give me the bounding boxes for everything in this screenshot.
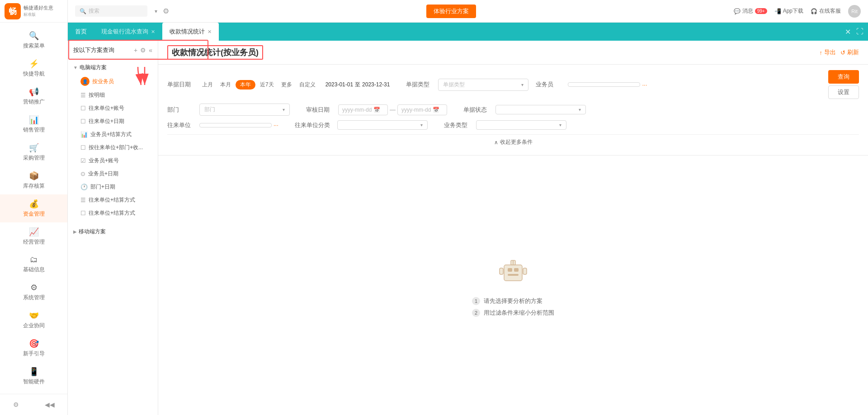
- doc-type-chevron-icon: ▾: [521, 82, 524, 87]
- topbar: 🔍 搜索 ▾ ⚙ 体验行业方案 💬 消息 99+ 📲 App下载 🎧 在线客服 …: [68, 0, 868, 23]
- sidebar-system-label: 系统管理: [23, 294, 45, 302]
- svg-rect-7: [523, 268, 527, 274]
- scheme-item-salesman-label: 按业务员: [92, 78, 114, 85]
- sidebar-item-guide[interactable]: 🎯 新手引导: [0, 334, 67, 362]
- sidebar-item-search[interactable]: 🔍 搜索菜单: [0, 26, 67, 54]
- scheme-settings-button[interactable]: ⚙: [140, 47, 146, 54]
- scheme-item-unit-account[interactable]: ☐ 往来单位+账号: [68, 102, 158, 115]
- scheme-item-by-salesman[interactable]: 👤 按业务员: [68, 74, 158, 89]
- scheme-item-unit-account-label: 往来单位+账号: [89, 104, 124, 112]
- topbar-search-box[interactable]: 🔍 搜索: [75, 5, 147, 17]
- mobile-section-toggle[interactable]: ▶ 移动端方案: [68, 225, 158, 238]
- unit-select[interactable]: [199, 123, 272, 127]
- trial-button[interactable]: 体验行业方案: [426, 5, 476, 18]
- date-range: 2023-01-01 至 2023-12-31: [326, 81, 390, 89]
- tab-collection[interactable]: 收款情况统计 ✕: [162, 23, 219, 41]
- collapse-panel-button[interactable]: «: [149, 47, 152, 54]
- tabbar-close-icon[interactable]: ✕: [845, 28, 851, 36]
- topbar-dropdown-icon[interactable]: ▾: [155, 8, 157, 14]
- scheme-item-unit-dept[interactable]: ☐ 按往来单位+部门+收...: [68, 141, 158, 154]
- tabbar-expand-icon[interactable]: ⛶: [856, 28, 863, 36]
- biz-type-select[interactable]: ▾: [476, 120, 566, 130]
- unit-account-icon: ☐: [80, 105, 86, 112]
- scheme-item-dept-date[interactable]: 🕐 部门+日期: [68, 180, 158, 193]
- unit-method-icon: ☰: [80, 197, 86, 203]
- sidebar-item-wechat[interactable]: 💬 企业微信: [0, 390, 67, 394]
- date-opt-more[interactable]: 更多: [278, 80, 295, 90]
- salesman-select[interactable]: [568, 82, 640, 87]
- sidebar-item-marketing[interactable]: 📢 营销推广: [0, 82, 67, 110]
- unit-class-select[interactable]: ▾: [337, 120, 428, 130]
- scheme-item-unit-date[interactable]: ☐ 往来单位+日期: [68, 115, 158, 128]
- page-header-actions: ↑ 导出 ↺ 刷新: [820, 48, 859, 57]
- online-service-button[interactable]: 🎧 在线客服: [811, 7, 841, 15]
- audit-date-dash: —: [390, 106, 396, 113]
- right-content: 收款情况统计(按业务员) ↑ 导出 ↺ 刷新 单据日期: [158, 41, 868, 415]
- refresh-label: 刷新: [847, 48, 859, 57]
- collapse-more-btn[interactable]: ∧ 收起更多条件: [167, 134, 859, 150]
- doc-type-select[interactable]: 单据类型 ▾: [438, 79, 528, 91]
- tab-bank[interactable]: 现金银行流水查询 ✕: [94, 23, 162, 41]
- dept-select[interactable]: 部门 ▾: [199, 104, 290, 116]
- salesman-more-btn[interactable]: ···: [642, 81, 647, 88]
- sidebar-item-enterprise[interactable]: 🤝 企业协同: [0, 306, 67, 334]
- scheme-item-salesman-account[interactable]: ☑ 业务员+账号: [68, 154, 158, 167]
- query-button[interactable]: 查询: [828, 70, 859, 84]
- unit-more-btn[interactable]: ···: [274, 122, 278, 128]
- sidebar-collapse-btn[interactable]: ◀◀: [42, 399, 57, 410]
- scheme-item-salesman-date[interactable]: ⊙ 业务员+日期: [68, 167, 158, 180]
- user-avatar[interactable]: Rit: [848, 5, 861, 18]
- topbar-search-text: 搜索: [89, 7, 99, 15]
- date-options: 上月 本月 本年 近7天 更多 自定义: [199, 80, 318, 90]
- basic-icon: 🗂: [30, 255, 38, 264]
- audit-start-input[interactable]: yyyy-mm-dd 📅: [338, 104, 388, 115]
- sidebar-item-quicknav[interactable]: ⚡ 快捷导航: [0, 54, 67, 82]
- tab-home[interactable]: 首页: [68, 23, 94, 41]
- date-opt-7days[interactable]: 近7天: [257, 80, 277, 90]
- app-download-button[interactable]: 📲 App下载: [774, 7, 803, 15]
- sidebar-item-basic[interactable]: 🗂 基础信息: [0, 250, 67, 278]
- filter-actions: 查询 设置: [828, 70, 859, 99]
- sidebar-item-purchase[interactable]: 🛒 采购管理: [0, 138, 67, 166]
- topbar-left: 🔍 搜索 ▾ ⚙: [75, 5, 169, 17]
- scheme-item-by-detail[interactable]: ☰ 按明细: [68, 89, 158, 102]
- sidebar-item-system[interactable]: ⚙ 系统管理: [0, 278, 67, 306]
- sidebar-item-hardware[interactable]: 📱 智能硬件: [0, 362, 67, 390]
- doc-status-select[interactable]: ▾: [495, 105, 586, 114]
- scheme-item-salesman-method[interactable]: 📊 业务员+结算方式: [68, 128, 158, 141]
- sidebar-item-finance[interactable]: 💰 资金管理: [0, 194, 67, 222]
- scheme-item-unit-dept-label: 按往来单位+部门+收...: [89, 144, 143, 151]
- unit-class-label: 往来单位分类: [295, 121, 330, 129]
- left-panel-icons: + ⚙ «: [134, 47, 152, 54]
- refresh-button[interactable]: ↺ 刷新: [840, 48, 859, 57]
- tab-bank-close-icon[interactable]: ✕: [151, 29, 155, 35]
- sidebar-settings-btn[interactable]: ⚙: [11, 399, 21, 410]
- sidebar-item-inventory[interactable]: 📦 库存核算: [0, 166, 67, 194]
- date-opt-this-year[interactable]: 本年: [236, 80, 255, 90]
- settings-button[interactable]: 设置: [828, 85, 859, 99]
- date-opt-custom[interactable]: 自定义: [297, 80, 318, 90]
- sidebar-basic-label: 基础信息: [23, 266, 45, 274]
- sidebar-item-operations[interactable]: 📈 经营管理: [0, 222, 67, 250]
- sales-icon: 📊: [29, 115, 39, 125]
- add-scheme-button[interactable]: +: [134, 47, 137, 54]
- scheme-item-unit-method2[interactable]: ☐ 往来单位+结算方式: [68, 207, 158, 220]
- tabbar-right: ✕ ⛶: [845, 28, 868, 36]
- empty-tips: 1 请先选择要分析的方案 2 用过滤条件来缩小分析范围: [472, 297, 554, 317]
- audit-end-input[interactable]: yyyy-mm-dd 📅: [397, 104, 447, 115]
- topbar-right: 💬 消息 99+ 📲 App下载 🎧 在线客服 Rit: [734, 5, 861, 18]
- desktop-section-toggle[interactable]: ▼ 电脑端方案: [68, 61, 158, 74]
- sidebar-item-sales[interactable]: 📊 销售管理: [0, 110, 67, 138]
- date-opt-this-month[interactable]: 本月: [217, 80, 234, 90]
- guide-icon: 🎯: [29, 339, 39, 349]
- message-button[interactable]: 💬 消息 99+: [734, 7, 767, 15]
- sidebar-inventory-label: 库存核算: [23, 182, 45, 190]
- dept-date-icon: 🕐: [80, 184, 88, 190]
- topbar-gear-icon[interactable]: ⚙: [163, 7, 169, 15]
- export-button[interactable]: ↑ 导出: [820, 48, 836, 57]
- date-opt-last-month[interactable]: 上月: [199, 80, 216, 90]
- scheme-item-unit-method[interactable]: ☰ 往来单位+结算方式: [68, 193, 158, 207]
- topbar-search-icon: 🔍: [80, 8, 86, 14]
- tab-collection-close-icon[interactable]: ✕: [208, 29, 212, 35]
- quicknav-icon: ⚡: [29, 59, 39, 69]
